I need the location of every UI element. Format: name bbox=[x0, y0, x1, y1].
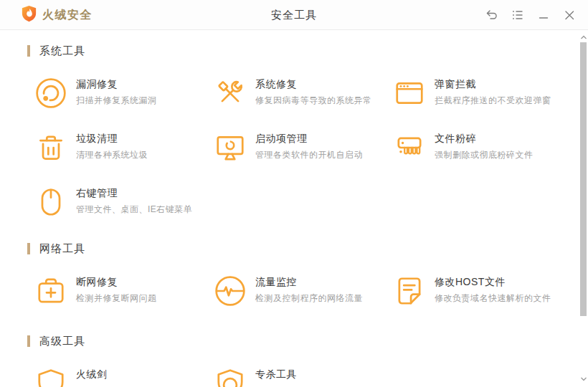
tool-desc: 管理各类软件的开机自启动 bbox=[255, 150, 363, 159]
tool-text: 火绒剑 bbox=[76, 366, 108, 387]
tool-item[interactable]: 火绒剑 bbox=[34, 366, 214, 387]
minimize-icon bbox=[536, 7, 551, 23]
tool-item[interactable]: 专杀工具 bbox=[214, 366, 393, 387]
tool-grid: 断网修复 检测并修复断网问题 流量监控 检测及控制程序的网络流量 修改HOST文… bbox=[34, 273, 588, 309]
tool-desc: 管理文件、桌面、IE右键菜单 bbox=[76, 205, 192, 214]
section-title-text: 系统工具 bbox=[39, 44, 85, 58]
tool-text: 系统修复 修复因病毒等导致的系统异常 bbox=[255, 75, 372, 111]
section-header: 网络工具 bbox=[27, 242, 588, 255]
tool-name: 修改HOST文件 bbox=[435, 277, 551, 287]
special-kill-icon bbox=[214, 367, 247, 387]
tool-name: 右键管理 bbox=[76, 188, 192, 198]
traffic-monitor-icon bbox=[214, 274, 247, 307]
tool-item[interactable]: 断网修复 检测并修复断网问题 bbox=[34, 273, 214, 309]
host-file-icon bbox=[393, 274, 426, 307]
tool-text: 右键管理 管理文件、桌面、IE右键菜单 bbox=[76, 184, 192, 220]
tool-desc: 强制删除或彻底粉碎文件 bbox=[435, 150, 534, 159]
scrollbar-thumb[interactable] bbox=[580, 42, 587, 316]
minimize-button[interactable] bbox=[534, 6, 553, 24]
tool-text: 漏洞修复 扫描并修复系统漏洞 bbox=[76, 75, 157, 111]
tool-item[interactable]: 流量监控 检测及控制程序的网络流量 bbox=[214, 273, 393, 309]
tool-item[interactable]: 修改HOST文件 修改负责域名快速解析的文件 bbox=[393, 273, 572, 309]
section: 网络工具 断网修复 检测并修复断网问题 流量监控 检测及控制程序的网络流量 修改… bbox=[0, 242, 588, 309]
section-accent-bar bbox=[27, 243, 30, 254]
brand: 火绒安全 bbox=[22, 0, 93, 30]
file-shredder-icon bbox=[393, 131, 426, 164]
tool-name: 启动项管理 bbox=[255, 133, 363, 143]
back-icon bbox=[484, 7, 500, 23]
tool-name: 系统修复 bbox=[255, 79, 372, 89]
section-title-text: 网络工具 bbox=[39, 242, 85, 256]
section-header: 系统工具 bbox=[27, 44, 588, 57]
tool-text: 修改HOST文件 修改负责域名快速解析的文件 bbox=[435, 273, 551, 309]
tool-name: 漏洞修复 bbox=[76, 79, 157, 89]
tool-item[interactable]: 弹窗拦截 拦截程序推送的不受欢迎弹窗 bbox=[393, 75, 572, 111]
window-controls bbox=[483, 0, 579, 30]
network-repair-icon bbox=[34, 274, 67, 307]
tool-desc: 清理各种系统垃圾 bbox=[76, 150, 148, 159]
tool-name: 文件粉碎 bbox=[435, 133, 534, 143]
close-icon bbox=[561, 7, 577, 23]
brand-name: 火绒安全 bbox=[42, 8, 93, 23]
tool-item[interactable]: 文件粉碎 强制删除或彻底粉碎文件 bbox=[393, 130, 572, 166]
popup-block-icon bbox=[393, 77, 426, 110]
tool-name: 火绒剑 bbox=[76, 369, 108, 379]
app-window: 火绒安全 安全工具 bbox=[0, 0, 588, 387]
right-click-manager-icon bbox=[34, 186, 67, 219]
tool-text: 专杀工具 bbox=[255, 366, 297, 387]
tool-text: 文件粉碎 强制删除或彻底粉碎文件 bbox=[435, 130, 534, 166]
tool-desc: 拦截程序推送的不受欢迎弹窗 bbox=[435, 96, 551, 105]
section-accent-bar bbox=[27, 45, 30, 57]
tool-text: 流量监控 检测及控制程序的网络流量 bbox=[255, 273, 363, 309]
tool-name: 垃圾清理 bbox=[76, 133, 148, 143]
tool-item[interactable]: 右键管理 管理文件、桌面、IE右键菜单 bbox=[34, 184, 214, 220]
tool-name: 弹窗拦截 bbox=[435, 79, 551, 89]
section-title-text: 高级工具 bbox=[39, 335, 85, 348]
junk-clean-icon bbox=[34, 131, 67, 164]
close-button[interactable] bbox=[560, 6, 579, 24]
tools-container: 系统工具 漏洞修复 扫描并修复系统漏洞 系统修复 修复因病毒等导致的系统异常 弹… bbox=[0, 31, 588, 387]
huorong-sword-icon bbox=[34, 367, 67, 387]
scrollbar[interactable] bbox=[579, 31, 588, 387]
tool-item[interactable]: 漏洞修复 扫描并修复系统漏洞 bbox=[34, 75, 214, 111]
tool-text: 启动项管理 管理各类软件的开机自启动 bbox=[255, 130, 363, 166]
tool-grid: 火绒剑 专杀工具 bbox=[34, 366, 588, 387]
tool-text: 断网修复 检测并修复断网问题 bbox=[76, 273, 157, 309]
system-repair-icon bbox=[214, 77, 247, 110]
tool-desc: 检测及控制程序的网络流量 bbox=[255, 294, 363, 302]
tool-desc: 修改负责域名快速解析的文件 bbox=[435, 294, 551, 302]
tool-grid: 漏洞修复 扫描并修复系统漏洞 系统修复 修复因病毒等导致的系统异常 弹窗拦截 拦… bbox=[34, 75, 588, 220]
tool-name: 流量监控 bbox=[255, 277, 363, 287]
tool-desc: 检测并修复断网问题 bbox=[76, 294, 157, 302]
scroll-up-icon[interactable] bbox=[580, 35, 587, 39]
app-logo-icon bbox=[22, 5, 37, 25]
section: 高级工具 火绒剑 专杀工具 bbox=[0, 335, 588, 387]
section: 系统工具 漏洞修复 扫描并修复系统漏洞 系统修复 修复因病毒等导致的系统异常 弹… bbox=[0, 44, 588, 220]
section-header: 高级工具 bbox=[27, 335, 588, 348]
tool-item[interactable]: 启动项管理 管理各类软件的开机自启动 bbox=[214, 130, 393, 166]
vulnerability-repair-icon bbox=[34, 77, 67, 110]
tool-item[interactable]: 系统修复 修复因病毒等导致的系统异常 bbox=[214, 75, 393, 111]
tool-item[interactable]: 垃圾清理 清理各种系统垃圾 bbox=[34, 130, 214, 166]
back-button[interactable] bbox=[483, 6, 501, 24]
menu-list-icon bbox=[510, 7, 526, 23]
tool-text: 弹窗拦截 拦截程序推送的不受欢迎弹窗 bbox=[435, 75, 551, 111]
tool-name: 专杀工具 bbox=[255, 369, 297, 379]
menu-button[interactable] bbox=[508, 6, 527, 24]
titlebar: 火绒安全 安全工具 bbox=[0, 0, 588, 30]
scroll-down-icon[interactable] bbox=[580, 377, 587, 381]
startup-manager-icon bbox=[214, 131, 247, 164]
section-accent-bar bbox=[27, 335, 30, 347]
tool-text: 垃圾清理 清理各种系统垃圾 bbox=[76, 130, 148, 166]
tool-name: 断网修复 bbox=[76, 277, 157, 287]
tool-desc: 修复因病毒等导致的系统异常 bbox=[255, 96, 372, 105]
tool-desc: 扫描并修复系统漏洞 bbox=[76, 96, 157, 105]
